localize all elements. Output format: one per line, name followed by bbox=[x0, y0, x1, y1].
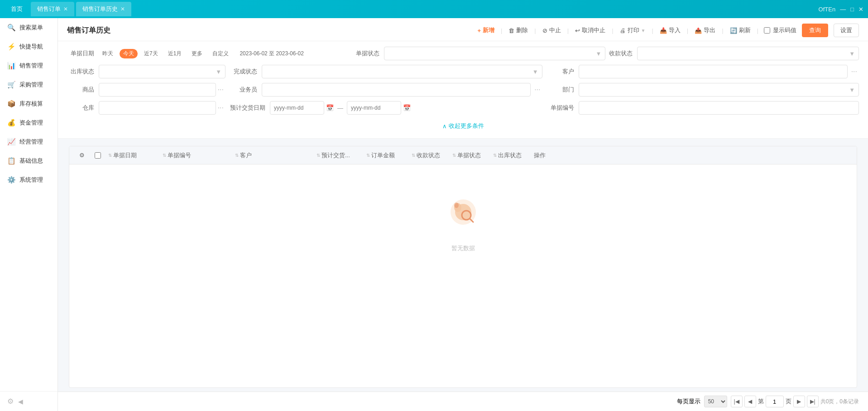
th-outbound[interactable]: ⇅ 出库状态 bbox=[489, 151, 530, 160]
tab-sales-order-close[interactable]: ✕ bbox=[63, 6, 68, 12]
sidebar-item-operations-label: 经营管理 bbox=[19, 138, 43, 146]
th-payment[interactable]: ⇅ 收款状态 bbox=[408, 151, 449, 160]
date-custom[interactable]: 自定义 bbox=[209, 49, 232, 58]
export-icon: 📤 bbox=[695, 27, 702, 34]
settings-button[interactable]: 设置 bbox=[834, 24, 859, 37]
th-date-label: 单据日期 bbox=[113, 151, 137, 160]
date-yesterday[interactable]: 昨天 bbox=[99, 49, 117, 58]
date-today[interactable]: 今天 bbox=[120, 49, 138, 58]
sort-icon-num: ⇅ bbox=[163, 153, 166, 158]
search-menu-icon: 🔍 bbox=[7, 24, 16, 32]
sidebar-item-basic-info[interactable]: 📋 基础信息 bbox=[0, 151, 58, 170]
sort-icon-payment: ⇅ bbox=[412, 153, 415, 158]
filter-row-2: 出库状态 ▼ 完成状态 ▼ 客户 bbox=[67, 65, 859, 78]
sidebar-item-inventory[interactable]: 📦 库存核算 bbox=[0, 94, 58, 113]
delivery-date-from[interactable] bbox=[270, 101, 324, 115]
complete-select[interactable]: ▼ bbox=[262, 65, 542, 78]
complete-label: 完成状态 bbox=[230, 68, 262, 76]
empty-illustration bbox=[441, 192, 486, 237]
cancel-stop-button[interactable]: ↩ 取消中止 bbox=[574, 24, 606, 36]
table-settings-icon: ⚙ bbox=[79, 152, 85, 159]
sidebar-settings-icon[interactable]: ⚙ bbox=[7, 397, 14, 406]
th-payment-label: 收款状态 bbox=[417, 151, 440, 160]
pagination: |◀ ◀ 第 页 ▶ ▶| 共0页，0条记录 bbox=[731, 396, 859, 407]
sidebar-collapse-icon[interactable]: ◀ bbox=[18, 398, 23, 405]
calendar-from-icon[interactable]: 📅 bbox=[326, 104, 334, 111]
customer-dots[interactable]: ··· bbox=[849, 68, 859, 76]
warehouse-select[interactable] bbox=[99, 101, 216, 115]
sidebar-item-sales[interactable]: 📊 销售管理 bbox=[0, 56, 58, 75]
dept-dropdown-icon: ▼ bbox=[849, 87, 855, 93]
print-icon: 🖨 bbox=[620, 27, 626, 34]
status-select[interactable]: ▼ bbox=[384, 47, 606, 60]
print-button[interactable]: 🖨 打印 ▼ bbox=[619, 24, 647, 36]
th-client-label: 客户 bbox=[240, 151, 252, 160]
doc-num-input[interactable] bbox=[579, 101, 859, 115]
dept-select[interactable]: ▼ bbox=[579, 83, 859, 97]
sidebar-bottom: ⚙ ◀ bbox=[0, 391, 58, 411]
calendar-to-icon[interactable]: 📅 bbox=[403, 104, 411, 111]
window-maximize[interactable]: □ bbox=[850, 6, 854, 13]
outbound-select[interactable]: ▼ bbox=[99, 65, 225, 78]
th-delivery[interactable]: ⇅ 预计交货... bbox=[313, 151, 363, 160]
window-minimize[interactable]: — bbox=[840, 6, 846, 13]
date-more[interactable]: 更多 bbox=[188, 49, 206, 58]
page-num-input[interactable] bbox=[766, 396, 784, 407]
customer-input-group: ··· bbox=[579, 65, 859, 78]
delivery-date-to[interactable] bbox=[347, 101, 401, 115]
window-close[interactable]: ✕ bbox=[858, 6, 863, 13]
tab-sales-order[interactable]: 销售订单 ✕ bbox=[31, 2, 74, 16]
th-checkbox[interactable] bbox=[91, 152, 105, 159]
sidebar-item-operations[interactable]: 📈 经营管理 bbox=[0, 132, 58, 151]
th-amount[interactable]: ⇅ 订单金额 bbox=[363, 151, 408, 160]
tab-sales-order-history-label: 销售订单历史 bbox=[82, 5, 118, 13]
product-select[interactable] bbox=[99, 83, 216, 97]
sidebar-item-finance[interactable]: 💰 资金管理 bbox=[0, 113, 58, 132]
date-last1m[interactable]: 近1月 bbox=[164, 49, 186, 58]
customer-label: 客户 bbox=[547, 68, 579, 76]
collapse-bar[interactable]: ∧ 收起更多条件 bbox=[67, 119, 859, 133]
select-all-checkbox[interactable] bbox=[95, 152, 101, 159]
next-page-btn[interactable]: ▶ bbox=[793, 396, 805, 407]
prev-page-btn[interactable]: ◀ bbox=[744, 396, 756, 407]
sidebar-item-search-menu[interactable]: 🔍 搜索菜单 bbox=[0, 18, 58, 37]
warehouse-dots[interactable]: ··· bbox=[216, 104, 225, 112]
collapse-up-icon: ∧ bbox=[442, 123, 447, 130]
th-settings[interactable]: ⚙ bbox=[73, 152, 91, 159]
filter-row-3: 商品 ··· 业务员 ··· bbox=[67, 83, 859, 97]
payment-label: 收款状态 bbox=[605, 49, 637, 58]
tab-sales-order-history[interactable]: 销售订单历史 ✕ bbox=[76, 2, 131, 16]
th-amount-label: 订单金额 bbox=[371, 151, 395, 160]
delete-button[interactable]: 🗑 删除 bbox=[508, 24, 529, 36]
th-date[interactable]: ⇅ 单据日期 bbox=[105, 151, 159, 160]
delivery-date-label: 预计交货日期 bbox=[230, 104, 270, 112]
warehouse-label: 仓库 bbox=[67, 104, 99, 112]
import-button[interactable]: 📥 导入 bbox=[659, 24, 681, 36]
query-button[interactable]: 查询 bbox=[802, 24, 828, 37]
salesperson-select[interactable] bbox=[262, 83, 531, 97]
salesperson-dots[interactable]: ··· bbox=[532, 86, 542, 94]
tab-sales-order-history-close[interactable]: ✕ bbox=[120, 6, 125, 12]
th-status[interactable]: ⇅ 单据状态 bbox=[449, 151, 489, 160]
sidebar-item-system[interactable]: ⚙️ 系统管理 bbox=[0, 170, 58, 189]
new-button[interactable]: + 新增 bbox=[476, 24, 495, 36]
tab-home[interactable]: 首页 bbox=[5, 2, 29, 16]
th-client[interactable]: ⇅ 客户 bbox=[231, 151, 313, 160]
stop-button[interactable]: ⊘ 中止 bbox=[542, 24, 562, 36]
first-page-btn[interactable]: |◀ bbox=[731, 396, 743, 407]
display-cols-checkbox[interactable] bbox=[764, 27, 770, 34]
last-page-btn[interactable]: ▶| bbox=[807, 396, 819, 407]
customer-select[interactable] bbox=[579, 65, 848, 78]
export-button[interactable]: 📤 导出 bbox=[694, 24, 716, 36]
payment-select[interactable]: ▼ bbox=[637, 47, 859, 60]
status-label: 单据状态 bbox=[352, 49, 384, 58]
page-size-select[interactable]: 50 10 20 100 bbox=[704, 396, 727, 407]
th-num[interactable]: ⇅ 单据编号 bbox=[159, 151, 231, 160]
product-dots[interactable]: ··· bbox=[216, 86, 225, 94]
sidebar-item-quick-nav[interactable]: ⚡ 快捷导航 bbox=[0, 37, 58, 56]
sidebar-item-purchase[interactable]: 🛒 采购管理 bbox=[0, 75, 58, 94]
warehouse-input-group: ··· bbox=[99, 101, 225, 115]
refresh-button[interactable]: 🔄 刷新 bbox=[729, 24, 752, 36]
date-label: 单据日期 bbox=[67, 49, 99, 58]
date-last7[interactable]: 近7天 bbox=[140, 49, 162, 58]
